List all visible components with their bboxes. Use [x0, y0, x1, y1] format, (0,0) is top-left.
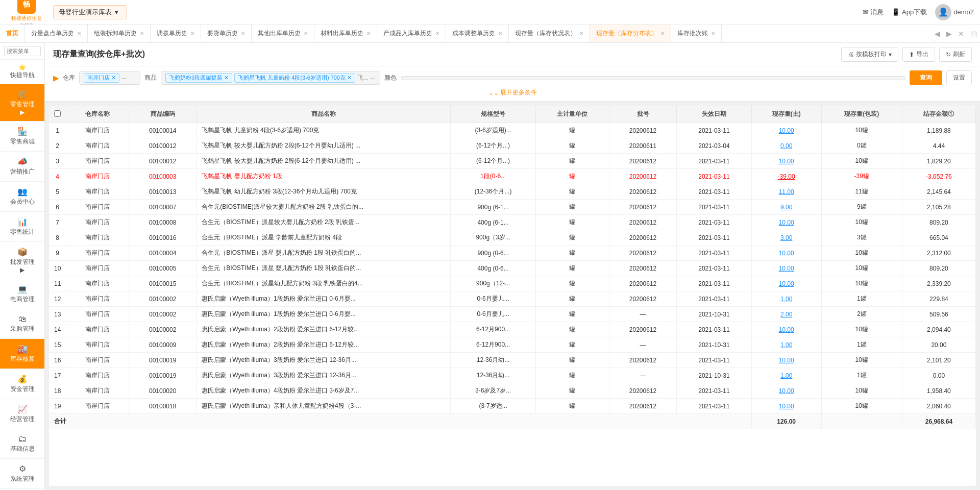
- sidebar-shortcut[interactable]: ⭐ 快捷导航: [0, 60, 44, 84]
- tab-11[interactable]: 库存批次账 ✕: [671, 24, 722, 43]
- row-qty-main[interactable]: 10.00: [751, 383, 821, 399]
- close-icon[interactable]: ✕: [660, 31, 665, 36]
- product-more-label[interactable]: 飞...: [357, 74, 369, 82]
- close-icon[interactable]: ✕: [366, 31, 371, 36]
- sidebar-item-base[interactable]: 🗂 基础信息: [0, 429, 44, 459]
- row-code: 00100018: [129, 399, 197, 414]
- tab-10[interactable]: 现存量（库存分布表） ✕: [590, 24, 671, 43]
- tab-next-icon[interactable]: ▶: [943, 30, 955, 38]
- product-tag-1[interactable]: 飞鹤奶粉3段四罐提装 ✕: [165, 73, 232, 83]
- close-icon[interactable]: ✕: [579, 31, 583, 36]
- row-qty-main[interactable]: 10.00: [751, 353, 821, 368]
- tab-menu-icon[interactable]: ▤: [967, 30, 980, 38]
- row-qty-main[interactable]: 10.00: [751, 154, 821, 169]
- sidebar-item-wholesale[interactable]: 📦 批发管理 ▶: [0, 242, 44, 279]
- row-qty-main[interactable]: -39.00: [751, 169, 821, 184]
- sidebar-item-retail-shop[interactable]: 🏪 零售商城: [0, 121, 44, 152]
- row-qty-main[interactable]: 10.00: [751, 261, 821, 276]
- warehouse-filter-group[interactable]: 南岸门店 ✕ ···: [79, 71, 140, 85]
- close-icon[interactable]: ✕: [241, 31, 245, 36]
- tab-prev-icon[interactable]: ◀: [932, 30, 943, 38]
- message-btn[interactable]: ✉ 消息: [863, 8, 884, 17]
- close-icon[interactable]: ✕: [435, 31, 439, 36]
- expand-collapse-btn[interactable]: ▶: [53, 74, 59, 82]
- close-icon[interactable]: ✕: [304, 31, 308, 36]
- refresh-button[interactable]: ↻ 刷新: [939, 47, 972, 62]
- close-icon[interactable]: ✕: [711, 31, 715, 36]
- sidebar-item-operation[interactable]: 📈 经营管理: [0, 399, 44, 429]
- row-qty-main[interactable]: 10.00: [751, 322, 821, 337]
- color-filter-group[interactable]: [401, 76, 905, 80]
- row-qty-main[interactable]: 2.00: [751, 307, 821, 322]
- tab-5[interactable]: 其他出库单历史 ✕: [252, 24, 314, 43]
- sidebar-item-system[interactable]: ⚙ 系统管理: [0, 459, 44, 489]
- tag-close-icon[interactable]: ✕: [111, 75, 116, 81]
- row-qty-main[interactable]: 1.00: [751, 368, 821, 383]
- row-amount: 2,145.64: [902, 184, 975, 200]
- row-unit: 罐: [535, 291, 609, 307]
- tag-close-icon[interactable]: ✕: [224, 75, 229, 81]
- tab-8[interactable]: 成本调整单历史 ✕: [446, 24, 509, 43]
- settings-button[interactable]: 设置: [946, 70, 972, 85]
- tab-4[interactable]: 要货单历史 ✕: [201, 24, 252, 43]
- close-icon[interactable]: ✕: [190, 31, 194, 36]
- row-code: 00100019: [129, 353, 197, 368]
- row-qty-pkg: 10罐: [821, 353, 902, 368]
- row-qty-main[interactable]: 0.00: [751, 138, 821, 154]
- filter-more-icon[interactable]: ···: [121, 75, 127, 82]
- row-qty-main[interactable]: 1.00: [751, 291, 821, 307]
- col-checkbox[interactable]: [49, 106, 66, 123]
- row-expire: 2021-03-11: [677, 154, 752, 169]
- close-icon[interactable]: ✕: [498, 31, 502, 36]
- row-qty-main[interactable]: 10.00: [751, 123, 821, 138]
- row-qty-main[interactable]: 10.00: [751, 246, 821, 261]
- row-qty-pkg: 1罐: [821, 291, 902, 307]
- product-filter-group[interactable]: 飞鹤奶粉3段四罐提装 ✕ 飞鹤星飞帆 儿童奶粉 4段(3-6岁适用) 700克 …: [161, 71, 380, 85]
- tab-7[interactable]: 产成品入库单历史 ✕: [377, 24, 446, 43]
- row-qty-main[interactable]: 3.00: [751, 230, 821, 246]
- tab-6[interactable]: 材料出库单历史 ✕: [314, 24, 377, 43]
- row-qty-main[interactable]: 9.00: [751, 200, 821, 215]
- table-footer-row: 合计 126.00 26,968.64: [49, 414, 976, 429]
- close-icon[interactable]: ✕: [77, 31, 81, 36]
- row-expire: 2021-10-31: [677, 307, 752, 322]
- col-expire: 失效日期: [677, 106, 752, 123]
- row-num: 8: [49, 230, 66, 246]
- tag-close-icon[interactable]: ✕: [347, 75, 352, 81]
- tab-3[interactable]: 调拨单历史 ✕: [151, 24, 201, 43]
- tab-home[interactable]: 首页: [0, 24, 25, 43]
- tab-close-icon[interactable]: ✕: [955, 30, 967, 38]
- row-qty-main[interactable]: 1.00: [751, 337, 821, 353]
- row-batch: —: [609, 307, 676, 322]
- select-all-checkbox[interactable]: [54, 110, 61, 117]
- sidebar-item-purchase[interactable]: 🛍 采购管理: [0, 309, 44, 339]
- search-input[interactable]: [4, 46, 41, 56]
- query-button[interactable]: 查询: [910, 70, 942, 85]
- sidebar-item-inventory[interactable]: 🏭 库存核算: [0, 339, 44, 369]
- row-qty-main[interactable]: 10.00: [751, 276, 821, 291]
- table-row: 6 南岸门店 00100007 合生元(BIOSTIME)派星较大婴儿配方奶粉 …: [49, 200, 976, 215]
- tab-2[interactable]: 组装拆卸单历史 ✕: [88, 24, 151, 43]
- tab-1[interactable]: 分量盘点单历史 ✕: [25, 24, 88, 43]
- sidebar-item-ecommerce[interactable]: 💻 电商管理: [0, 279, 44, 309]
- row-qty-main[interactable]: 10.00: [751, 399, 821, 414]
- close-icon[interactable]: ✕: [140, 31, 144, 36]
- sidebar-item-retail-mgmt[interactable]: 🛒 零售管理 ▶: [0, 84, 44, 121]
- sidebar-item-member[interactable]: 👥 会员中心: [0, 182, 44, 212]
- row-name: 合生元（BIOSTIME）派星较大婴儿配方奶粉 2段 乳铁蛋...: [197, 215, 451, 230]
- company-selector[interactable]: 母婴行业演示库表 ▾: [53, 5, 127, 19]
- user-area[interactable]: 👤 demo2: [935, 4, 974, 20]
- sidebar-item-retail-stats[interactable]: 📊 零售统计: [0, 212, 44, 242]
- template-print-button[interactable]: 🖨 按模板打印 ▾: [841, 47, 898, 62]
- warehouse-tag-1[interactable]: 南岸门店 ✕: [84, 73, 119, 83]
- export-button[interactable]: ⬆ 导出: [902, 47, 935, 62]
- tab-9[interactable]: 现存量（库存状况表） ✕: [509, 24, 590, 43]
- expand-conditions-btn[interactable]: ⌄⌄ 展开更多条件: [488, 88, 537, 97]
- row-qty-main[interactable]: 10.00: [751, 215, 821, 230]
- sidebar-item-finance[interactable]: 💰 资金管理: [0, 369, 44, 399]
- app-download-btn[interactable]: 📱 App下载: [892, 8, 927, 17]
- row-qty-main[interactable]: 11.00: [751, 184, 821, 200]
- filter-more-icon[interactable]: ···: [371, 75, 376, 82]
- product-tag-2[interactable]: 飞鹤星飞帆 儿童奶粉 4段(3-6岁适用) 700克 ✕: [234, 73, 355, 83]
- sidebar-item-marketing[interactable]: 📣 营销推广: [0, 152, 44, 182]
